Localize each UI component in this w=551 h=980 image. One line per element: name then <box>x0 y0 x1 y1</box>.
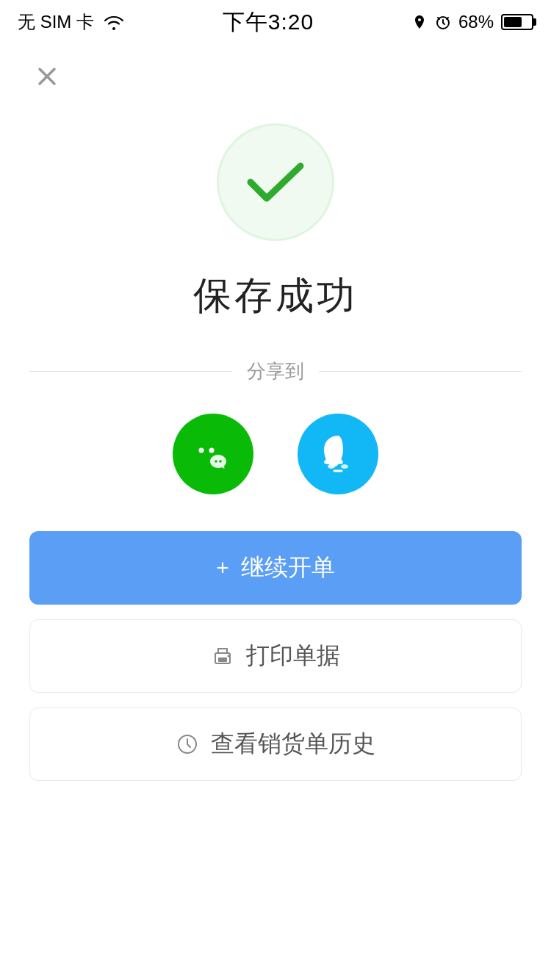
location-icon <box>411 14 428 30</box>
battery-indicator <box>501 14 533 30</box>
status-carrier: 无 SIM 卡 <box>18 10 125 34</box>
close-button-area <box>29 44 522 101</box>
status-time: 下午3:20 <box>223 7 314 37</box>
checkmark-icon <box>246 160 305 204</box>
svg-point-3 <box>209 448 215 453</box>
status-indicators: 68% <box>411 12 533 32</box>
plus-icon: + <box>216 555 229 580</box>
wifi-icon <box>103 14 125 30</box>
history-icon <box>176 732 199 756</box>
share-divider: 分享到 <box>29 359 522 384</box>
svg-rect-9 <box>218 657 227 662</box>
divider-right <box>319 371 522 372</box>
divider-left <box>29 371 232 372</box>
alarm-icon <box>435 14 451 30</box>
continue-button-label: 继续开单 <box>241 552 335 584</box>
share-section: 分享到 <box>29 359 522 494</box>
continue-button[interactable]: + 继续开单 <box>29 531 522 605</box>
svg-point-4 <box>215 460 217 463</box>
history-button-label: 查看销货单历史 <box>211 728 375 760</box>
share-icons-row <box>173 414 378 494</box>
svg-point-5 <box>219 460 222 463</box>
main-content: 保存成功 分享到 <box>0 44 551 781</box>
battery-percent: 68% <box>458 12 494 32</box>
print-button[interactable]: 打印单据 <box>29 619 522 693</box>
history-button[interactable]: 查看销货单历史 <box>29 707 522 781</box>
action-buttons: + 继续开单 打印单据 查看销货单历史 <box>29 531 522 781</box>
qq-share-button[interactable] <box>298 414 378 494</box>
svg-point-10 <box>228 655 230 657</box>
print-icon <box>211 644 234 668</box>
wechat-icon <box>190 434 237 474</box>
wechat-share-button[interactable] <box>173 414 253 494</box>
qq-icon <box>314 430 362 478</box>
share-label: 分享到 <box>247 359 304 384</box>
svg-point-2 <box>199 448 204 453</box>
svg-point-7 <box>341 464 348 469</box>
close-button[interactable] <box>29 59 65 94</box>
status-bar: 无 SIM 卡 下午3:20 68% <box>0 0 551 44</box>
svg-point-6 <box>328 464 335 469</box>
success-icon-circle <box>217 123 334 241</box>
success-title: 保存成功 <box>193 270 358 322</box>
print-button-label: 打印单据 <box>246 640 340 672</box>
